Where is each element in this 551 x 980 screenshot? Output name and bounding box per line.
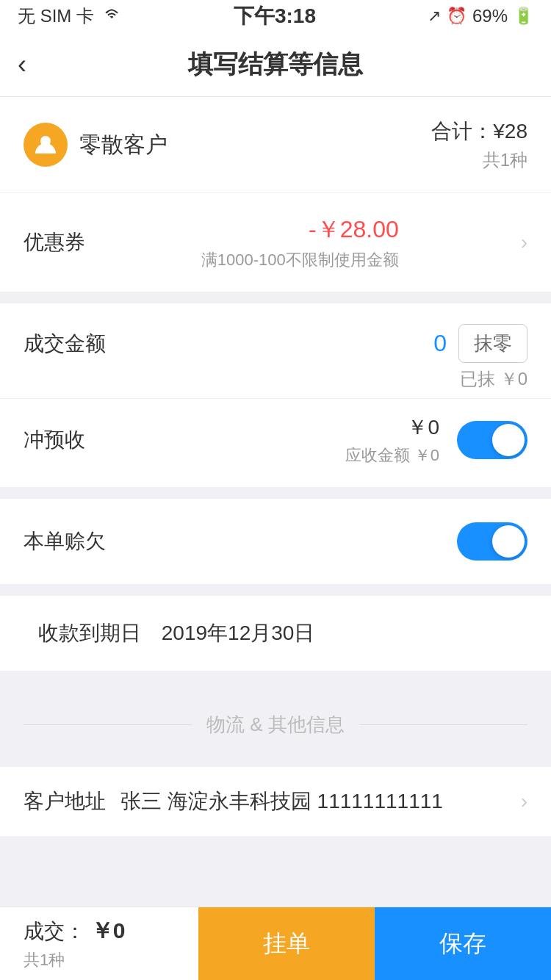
address-section: 客户地址 张三 海淀永丰科技园 11111111111 › <box>0 767 551 836</box>
avatar <box>24 123 68 167</box>
prepay-right: ￥0 应收金额 ￥0 <box>345 414 527 466</box>
round-off-button[interactable]: 抹零 <box>458 324 527 363</box>
hold-button-label: 挂单 <box>263 928 310 960</box>
due-date-section: 收款到期日 2019年12月30日 <box>0 596 551 671</box>
deal-label: 成交： <box>24 920 85 943</box>
toggle-knob <box>492 424 525 456</box>
logistics-label: 物流 & 其他信息 <box>192 712 359 738</box>
battery-icon: 🔋 <box>514 7 533 26</box>
total-amount: 合计：¥28 <box>431 118 527 145</box>
wifi-icon <box>101 6 122 26</box>
bottom-count: 共1种 <box>24 949 175 971</box>
status-left: 无 SIM 卡 <box>18 4 122 28</box>
customer-row: 零散客户 合计：¥28 共1种 <box>0 97 551 192</box>
total-count: 共1种 <box>431 148 527 172</box>
address-chevron-icon: › <box>521 790 527 813</box>
coupon-desc: 满1000-100不限制使用金额 <box>201 249 399 271</box>
address-label: 客户地址 <box>24 788 106 815</box>
debit-toggle[interactable] <box>457 522 527 561</box>
prepay-sub-amount: 应收金额 ￥0 <box>345 444 439 466</box>
due-date-row: 收款到期日 2019年12月30日 <box>0 596 551 671</box>
due-date-label: 收款到期日 <box>38 621 141 644</box>
prepay-amount: ￥0 <box>345 414 439 442</box>
hold-button[interactable]: 挂单 <box>198 907 375 981</box>
customer-right: 合计：¥28 共1种 <box>431 118 527 172</box>
page-title: 填写结算等信息 <box>188 48 363 82</box>
customer-name: 零散客户 <box>79 130 168 160</box>
deal-amount: ￥0 <box>91 918 126 943</box>
coupon-right: -￥28.00 满1000-100不限制使用金额 <box>201 214 399 271</box>
coupon-row[interactable]: 优惠券 -￥28.00 满1000-100不限制使用金额 › <box>0 192 551 292</box>
bottom-deal: 成交： ￥0 <box>24 916 175 946</box>
transaction-right: 0 抹零 <box>106 324 527 363</box>
time-label: 下午3:18 <box>234 2 316 30</box>
transaction-label: 成交金额 <box>24 330 106 358</box>
customer-section: 零散客户 合计：¥28 共1种 优惠券 -￥28.00 满1000-100不限制… <box>0 97 551 292</box>
status-right: ↗ ⏰ 69% 🔋 <box>428 6 533 26</box>
save-button-label: 保存 <box>439 928 486 960</box>
carrier-label: 无 SIM 卡 <box>18 4 94 28</box>
prepay-amounts: ￥0 应收金额 ￥0 <box>345 414 439 466</box>
bottom-bar: 成交： ￥0 共1种 挂单 保存 <box>0 907 551 980</box>
logistics-label-container: 物流 & 其他信息 <box>0 697 551 752</box>
already-rounded: 已抹 ￥0 <box>24 367 527 391</box>
status-bar: 无 SIM 卡 下午3:18 ↗ ⏰ 69% 🔋 <box>0 0 551 32</box>
prepay-label: 冲预收 <box>24 426 85 454</box>
save-button[interactable]: 保存 <box>375 907 551 981</box>
transaction-row: 成交金额 0 抹零 <box>24 324 527 363</box>
divider-left <box>24 724 192 725</box>
debit-section: 本单赊欠 <box>0 499 551 584</box>
address-row[interactable]: 客户地址 张三 海淀永丰科技园 11111111111 › <box>0 767 551 836</box>
back-button[interactable]: ‹ <box>18 49 26 80</box>
due-date-value: 2019年12月30日 <box>162 621 315 644</box>
address-value: 张三 海淀永丰科技园 11111111111 <box>120 788 506 815</box>
bottom-summary: 成交： ￥0 共1种 <box>0 916 198 971</box>
divider-right <box>359 724 527 725</box>
transaction-section: 成交金额 0 抹零 已抹 ￥0 冲预收 ￥0 应收金额 ￥0 <box>0 303 551 487</box>
transaction-amount: 0 <box>433 330 447 357</box>
prepay-toggle[interactable] <box>457 421 527 459</box>
debit-label: 本单赊欠 <box>24 527 106 555</box>
prepay-row: 冲预收 ￥0 应收金额 ￥0 <box>0 398 551 487</box>
logistics-divider: 物流 & 其他信息 <box>0 682 551 767</box>
battery-label: 69% <box>472 6 508 26</box>
coupon-label: 优惠券 <box>24 228 85 256</box>
location-icon: ↗ <box>428 7 441 26</box>
alarm-icon: ⏰ <box>447 7 467 26</box>
chevron-right-icon: › <box>521 231 527 254</box>
debit-toggle-knob <box>492 525 525 558</box>
customer-left: 零散客户 <box>24 123 168 167</box>
coupon-amount: -￥28.00 <box>201 214 399 246</box>
nav-bar: ‹ 填写结算等信息 <box>0 32 551 97</box>
